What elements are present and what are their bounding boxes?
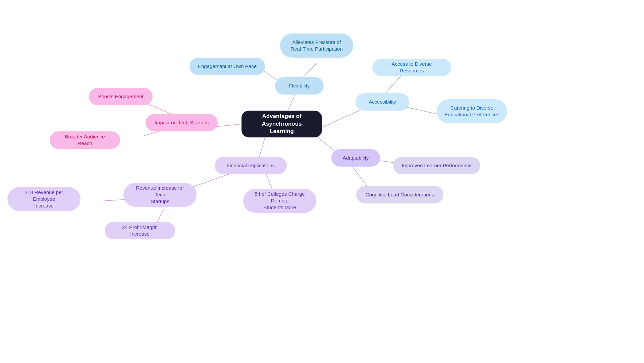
adaptability-label: Adaptability — [343, 155, 369, 161]
broader-audience-node: Broader Audience Reach — [50, 131, 120, 149]
access-resources-node: Access to Diverse Resources — [372, 59, 451, 76]
boosts-engagement-label: Boosts Engagement — [98, 93, 143, 100]
cognitive-load-node: Cognitive Load Considerations — [356, 186, 443, 203]
accessibility-label: Accessibility — [369, 99, 396, 105]
center-node: Advantages of Asynchronous Learning — [241, 111, 322, 137]
profit-margin-label: 24 Profit Margin Increase — [112, 224, 168, 238]
alleviates-node: Alleviates Pressure of Real-Time Partici… — [280, 34, 353, 58]
improved-learner-label: Improved Learner Performance — [402, 162, 472, 169]
impact-tech-node: Impact on Tech Startups — [146, 114, 218, 131]
impact-tech-label: Impact on Tech Startups — [155, 119, 209, 126]
colleges-label: 54 of Colleges Charge Remote Students Mo… — [251, 191, 309, 211]
broader-audience-label: Broader Audience Reach — [57, 133, 113, 147]
engagement-pace-label: Engagement at Own Pace — [198, 63, 257, 70]
accessibility-node: Accessibility — [356, 93, 409, 111]
profit-margin-node: 24 Profit Margin Increase — [105, 222, 175, 239]
engagement-pace-node: Engagement at Own Pace — [190, 58, 265, 75]
catering-label: Catering to Diverse Educational Preferen… — [444, 105, 499, 118]
alleviates-label: Alleviates Pressure of Real-Time Partici… — [290, 39, 342, 53]
financial-node: Financial Implications — [215, 157, 287, 174]
flexibility-node: Flexibility — [275, 77, 324, 95]
flexibility-label: Flexibility — [289, 82, 310, 89]
boosts-engagement-node: Boosts Engagement — [89, 88, 153, 105]
svg-line-3 — [322, 108, 366, 127]
revenue-increase-node: Revenue Increase for Tech Startups — [123, 183, 197, 207]
revenue-employee-node: 218 Revenue per Employee Increase — [7, 187, 80, 211]
center-label: Advantages of Asynchronous Learning — [249, 113, 315, 136]
revenue-increase-label: Revenue Increase for Tech Startups — [131, 185, 189, 205]
adaptability-node: Adaptability — [331, 149, 380, 167]
improved-learner-node: Improved Learner Performance — [393, 157, 480, 174]
revenue-employee-label: 218 Revenue per Employee Increase — [15, 189, 73, 209]
catering-node: Catering to Diverse Educational Preferen… — [437, 99, 507, 123]
cognitive-load-label: Cognitive Load Considerations — [366, 191, 434, 198]
access-resources-label: Access to Diverse Resources — [380, 61, 444, 74]
financial-label: Financial Implications — [227, 162, 275, 169]
colleges-node: 54 of Colleges Charge Remote Students Mo… — [243, 189, 316, 213]
